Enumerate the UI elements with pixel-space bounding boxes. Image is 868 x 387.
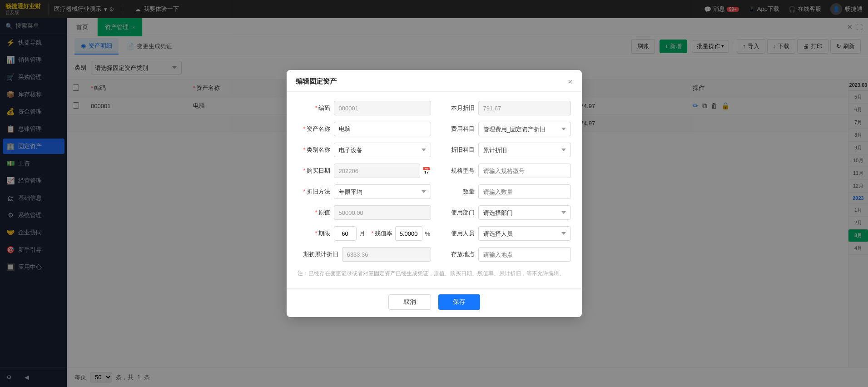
person-label: 使用人员 [442, 229, 475, 238]
modal-footer: 取消 保存 [287, 288, 582, 317]
modal-close-btn[interactable]: × [568, 78, 573, 86]
form-grid: *编码 *资产名称 *类别名称 电子设备 [298, 101, 571, 262]
residual-rate-label: *残值率 [372, 229, 392, 238]
expense-account-label: 费用科目 [442, 125, 475, 133]
code-label: *编码 [298, 104, 330, 112]
residual-rate-input[interactable] [395, 226, 422, 241]
cancel-btn[interactable]: 取消 [388, 294, 431, 310]
period-row: *期限 月 *残值率 % [298, 226, 431, 241]
dept-wrapper: 请选择部门 [478, 205, 571, 220]
dept-select[interactable]: 请选择部门 [478, 205, 571, 220]
category-select-modal[interactable]: 电子设备 [334, 143, 431, 157]
edit-fixed-asset-modal: 编辑固定资产 × *编码 *资产名称 [287, 70, 582, 317]
opening-accum-input[interactable] [342, 247, 431, 262]
save-btn[interactable]: 保存 [438, 294, 480, 310]
asset-name-label: *资产名称 [298, 125, 330, 133]
depr-account-row: 折旧科目 累计折旧 [442, 143, 571, 157]
original-value-input[interactable] [334, 205, 431, 220]
purchase-date-label: *购买日期 [298, 167, 330, 175]
spec-model-input[interactable] [478, 164, 571, 178]
spec-model-row: 规格型号 [442, 164, 571, 178]
purchase-date-input[interactable] [334, 164, 420, 178]
quantity-label: 数量 [442, 188, 475, 196]
opening-accum-row: 期初累计折旧 [298, 247, 431, 262]
person-wrapper: 请选择人员 [478, 226, 571, 241]
depr-account-label: 折旧科目 [442, 146, 475, 154]
depr-method-wrapper: 年限平均 [334, 184, 431, 199]
category-row: *类别名称 电子设备 [298, 143, 431, 157]
monthly-depr-label: 本月折旧 [442, 104, 475, 112]
purchase-date-row: *购买日期 📅 [298, 164, 431, 178]
monthly-depr-input[interactable] [478, 101, 571, 115]
asset-name-input[interactable] [334, 122, 431, 136]
modal-title: 编辑固定资产 [296, 77, 337, 86]
expense-account-row: 费用科目 管理费用_固定资产折旧 [442, 122, 571, 136]
original-value-label: *原值 [298, 208, 330, 217]
depr-account-select[interactable]: 累计折旧 [478, 143, 571, 157]
location-row: 存放地点 [442, 247, 571, 262]
category-label: *类别名称 [298, 146, 330, 154]
purchase-date-wrapper: 📅 [334, 164, 431, 178]
modal-body: *编码 *资产名称 *类别名称 电子设备 [287, 92, 582, 288]
modal-overlay: 编辑固定资产 × *编码 *资产名称 [0, 0, 868, 387]
quantity-input[interactable] [478, 184, 571, 199]
depr-account-wrapper: 累计折旧 [478, 143, 571, 157]
code-row: *编码 [298, 101, 431, 115]
person-row: 使用人员 请选择人员 [442, 226, 571, 241]
depr-method-select[interactable]: 年限平均 [334, 184, 431, 199]
depr-method-label: *折旧方法 [298, 188, 330, 196]
dept-row: 使用部门 请选择部门 [442, 205, 571, 220]
modal-header: 编辑固定资产 × [287, 70, 582, 92]
original-value-row: *原值 [298, 205, 431, 220]
modal-note: 注：已经存在变更记录或者对应固定资产已经生成凭证，原值、购买日期、残值率、累计折… [298, 268, 571, 281]
period-input[interactable] [334, 226, 357, 241]
form-left: *编码 *资产名称 *类别名称 电子设备 [298, 101, 431, 262]
period-label: *期限 [298, 229, 330, 238]
period-wrapper: 月 *残值率 % [334, 226, 431, 241]
expense-account-select[interactable]: 管理费用_固定资产折旧 [478, 122, 571, 136]
form-right: 本月折旧 费用科目 管理费用_固定资产折旧 折旧科 [442, 101, 571, 262]
residual-pct-label: % [425, 230, 431, 237]
location-input[interactable] [478, 247, 571, 262]
depr-method-row: *折旧方法 年限平均 [298, 184, 431, 199]
calendar-icon[interactable]: 📅 [422, 167, 431, 175]
person-select[interactable]: 请选择人员 [478, 226, 571, 241]
code-input[interactable] [334, 101, 431, 115]
category-select-wrapper: 电子设备 [334, 143, 431, 157]
asset-name-row: *资产名称 [298, 122, 431, 136]
monthly-depr-row: 本月折旧 [442, 101, 571, 115]
expense-account-wrapper: 管理费用_固定资产折旧 [478, 122, 571, 136]
location-label: 存放地点 [442, 250, 475, 258]
opening-accum-label: 期初累计折旧 [298, 250, 338, 258]
quantity-row: 数量 [442, 184, 571, 199]
spec-model-label: 规格型号 [442, 167, 475, 175]
dept-label: 使用部门 [442, 208, 475, 217]
period-unit-label: 月 [359, 229, 365, 238]
